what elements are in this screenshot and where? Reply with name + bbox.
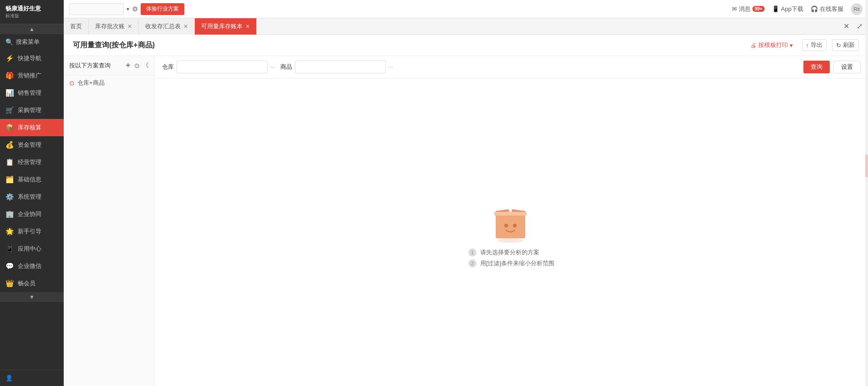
tabs-bar: 首页 库存批次账 ✕ 收发存汇总表 ✕ 可用量库存账本 ✕ ✕ ⤢ xyxy=(64,18,868,35)
sidebar-bottom-user[interactable]: 👤 xyxy=(0,370,64,386)
sidebar-item-label: 采购管理 xyxy=(18,106,41,114)
sidebar-item-apps[interactable]: 📱 应用中心 xyxy=(0,240,64,257)
sidebar-item-label: 基础信息 xyxy=(18,175,41,184)
query-button[interactable]: 查询 xyxy=(803,61,830,73)
message-button[interactable]: ✉ 消息 99+ xyxy=(732,5,765,13)
message-label: 消息 xyxy=(739,5,751,13)
app-download-button[interactable]: 📱 App下载 xyxy=(772,5,803,13)
tab-close-receive-summary[interactable]: ✕ xyxy=(183,23,188,30)
topbar-search-input[interactable] xyxy=(69,3,124,15)
print-dropdown-icon[interactable]: ▾ xyxy=(790,42,793,49)
goods-filter-group: 商品 ··· xyxy=(280,61,393,73)
warehouse-more-button[interactable]: ··· xyxy=(270,64,275,70)
sidebar-item-member[interactable]: 👑 畅会员 xyxy=(0,275,64,292)
sidebar-item-enterprise[interactable]: 🏢 企业协同 xyxy=(0,206,64,223)
sidebar-item-quick-nav[interactable]: ⚡ 快捷导航 xyxy=(0,50,64,67)
column-settings-button[interactable]: 设置 xyxy=(833,61,861,73)
system-icon: ⚙️ xyxy=(5,193,14,201)
message-badge: 99+ xyxy=(752,6,765,12)
sidebar: 畅康通好生意 标准版 ▲ 🔍 搜索菜单 ⚡ 快捷导航 🎁 营销推广 📊 销售管理… xyxy=(0,0,64,386)
svg-point-4 xyxy=(504,224,508,227)
sidebar-item-marketing[interactable]: 🎁 营销推广 xyxy=(0,67,64,84)
tab-close-inventory-batch[interactable]: ✕ xyxy=(127,23,132,30)
main-content: 仓库 ··· 商品 ··· 查询 设置 xyxy=(155,56,868,386)
print-button[interactable]: 🖨 按模板打印 ▾ xyxy=(747,40,797,51)
tabs-actions: ✕ ⤢ xyxy=(842,22,868,31)
export-button[interactable]: ↑ 导出 xyxy=(802,39,827,51)
topbar-dropdown-icon[interactable]: ▾ xyxy=(127,6,129,12)
filter-settings-icon[interactable]: ⊙ xyxy=(134,62,140,69)
sidebar-item-label: 资金管理 xyxy=(18,141,41,149)
tab-home[interactable]: 首页 xyxy=(64,18,89,35)
filter-scheme-item[interactable]: ⊙ 仓库+商品 xyxy=(64,75,154,91)
warehouse-input[interactable] xyxy=(177,61,268,73)
member-icon: 👑 xyxy=(5,279,14,288)
tip-num-1: 1 xyxy=(468,248,477,257)
apps-icon: 📱 xyxy=(5,245,14,253)
refresh-button[interactable]: ↻ 刷新 xyxy=(832,39,859,51)
print-icon: 🖨 xyxy=(751,42,756,49)
sidebar-item-inventory[interactable]: 📦 库存核算 xyxy=(0,119,64,136)
basic-icon: 🗂️ xyxy=(5,175,14,184)
finance-icon: 💰 xyxy=(5,141,14,149)
quick-nav-icon: ⚡ xyxy=(5,54,14,62)
empty-box-svg xyxy=(489,197,534,243)
user-name: Rit xyxy=(853,6,859,12)
main-area: ▾ ⚙ 体验行业方案 ✉ 消息 99+ 📱 App下载 🎧 在线客服 Rit xyxy=(64,0,868,386)
export-label: 导出 xyxy=(811,41,822,49)
industry-solution-button[interactable]: 体验行业方案 xyxy=(141,3,184,15)
sidebar-item-finance[interactable]: 💰 资金管理 xyxy=(0,136,64,154)
filter-add-button[interactable]: ＋ xyxy=(124,61,132,70)
filter-item-label: 仓库+商品 xyxy=(77,79,105,87)
sidebar-search-item[interactable]: 🔍 搜索菜单 xyxy=(0,34,64,50)
tab-available-ledger[interactable]: 可用量库存账本 ✕ xyxy=(195,18,257,35)
tip-num-2: 2 xyxy=(468,259,477,268)
filter-row: 仓库 ··· 商品 ··· 查询 设置 xyxy=(155,56,868,78)
sidebar-item-wechat[interactable]: 💬 企业微信 xyxy=(0,257,64,275)
sidebar-item-label: 经营管理 xyxy=(18,158,41,166)
goods-input[interactable] xyxy=(295,61,386,73)
filter-item-icon: ⊙ xyxy=(69,79,75,87)
tab-label: 库存批次账 xyxy=(95,22,125,31)
empty-tip-1-text: 请先选择要分析的方案 xyxy=(480,248,539,257)
user-avatar-button[interactable]: Rit xyxy=(851,3,863,15)
empty-tip-2: 2 用[过滤]条件来缩小分析范围 xyxy=(468,259,554,268)
online-service-button[interactable]: 🎧 在线客服 xyxy=(811,5,843,13)
goods-more-button[interactable]: ··· xyxy=(389,64,393,70)
phone-icon: 📱 xyxy=(772,5,779,12)
tab-label: 收发存汇总表 xyxy=(145,22,181,31)
topbar: ▾ ⚙ 体验行业方案 ✉ 消息 99+ 📱 App下载 🎧 在线客服 Rit xyxy=(64,0,868,18)
inventory-icon: 📦 xyxy=(5,124,14,132)
sidebar-item-purchase[interactable]: 🛒 采购管理 xyxy=(0,102,64,119)
filter-panel-header: 按以下方案查询 ＋ ⊙ 《 xyxy=(64,56,154,75)
search-icon: 🔍 xyxy=(5,38,13,46)
sidebar-item-newbie[interactable]: 🌟 新手引导 xyxy=(0,223,64,240)
page-header: 可用量查询(按仓库+商品) 🖨 按模板打印 ▾ ↑ 导出 ↻ 刷新 xyxy=(64,35,868,56)
topbar-gear-icon[interactable]: ⚙ xyxy=(132,5,138,13)
sidebar-item-label: 营销推广 xyxy=(18,72,41,80)
tab-close-available-ledger[interactable]: ✕ xyxy=(245,23,250,30)
close-tab-icon[interactable]: ✕ xyxy=(842,22,851,31)
sidebar-item-operations[interactable]: 📋 经营管理 xyxy=(0,154,64,171)
sidebar-item-basic[interactable]: 🗂️ 基础信息 xyxy=(0,171,64,188)
sidebar-item-system[interactable]: ⚙️ 系统管理 xyxy=(0,188,64,206)
refresh-icon: ↻ xyxy=(836,42,841,49)
tab-receive-summary[interactable]: 收发存汇总表 ✕ xyxy=(139,18,195,35)
expand-tab-icon[interactable]: ⤢ xyxy=(855,22,864,31)
purchase-icon: 🛒 xyxy=(5,106,14,114)
filter-actions: 查询 设置 xyxy=(803,61,861,73)
sidebar-scroll-up[interactable]: ▲ xyxy=(0,24,64,34)
sidebar-item-label: 企业协同 xyxy=(18,210,41,218)
sidebar-scroll-down[interactable]: ▼ xyxy=(0,292,64,302)
scrollbar-thumb[interactable] xyxy=(865,154,868,177)
user-icon: 👤 xyxy=(5,375,13,381)
sidebar-item-sales[interactable]: 📊 销售管理 xyxy=(0,84,64,102)
wechat-icon: 💬 xyxy=(5,262,14,270)
right-scrollbar[interactable] xyxy=(865,56,868,386)
export-icon: ↑ xyxy=(806,42,809,49)
sidebar-search-label: 搜索菜单 xyxy=(16,38,40,46)
filter-collapse-icon[interactable]: 《 xyxy=(142,62,149,70)
refresh-label: 刷新 xyxy=(843,41,855,49)
tab-inventory-batch[interactable]: 库存批次账 ✕ xyxy=(89,18,139,35)
topbar-right: ✉ 消息 99+ 📱 App下载 🎧 在线客服 Rit xyxy=(732,3,863,15)
